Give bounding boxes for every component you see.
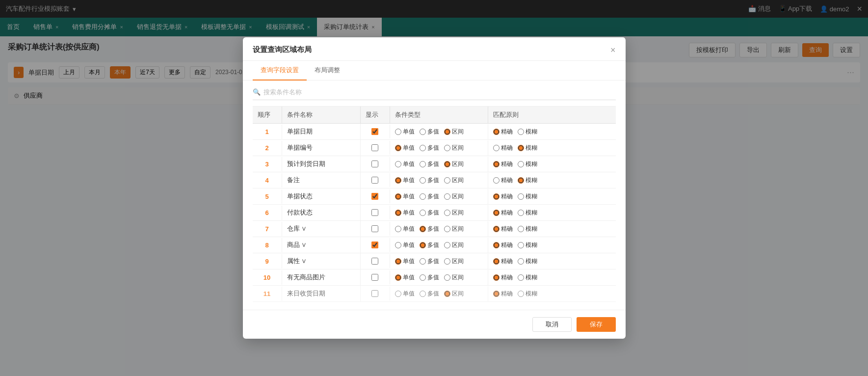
table-row: 5 单据状态 单值 多值 区间 精确: [253, 188, 616, 205]
display-checkbox-2[interactable]: [371, 144, 378, 151]
match-exact-11[interactable]: 精确: [493, 290, 513, 298]
type-range-5[interactable]: 区间: [444, 192, 464, 201]
type-single-5[interactable]: 单值: [395, 192, 415, 201]
tab-query-fields[interactable]: 查询字段设置: [253, 61, 307, 81]
type-multi-6[interactable]: 多值: [420, 209, 439, 217]
type-range-8[interactable]: 区间: [444, 241, 464, 249]
type-single-3[interactable]: 单值: [395, 160, 415, 168]
match-exact-1[interactable]: 精确: [493, 128, 513, 136]
row-name-4: 备注: [282, 172, 361, 188]
match-exact-10[interactable]: 精确: [493, 273, 513, 282]
type-range-9[interactable]: 区间: [444, 257, 464, 266]
type-multi-4[interactable]: 多值: [420, 176, 439, 185]
type-multi-5[interactable]: 多值: [420, 192, 439, 201]
tab-layout[interactable]: 布局调整: [307, 61, 348, 81]
match-fuzzy-8[interactable]: 模糊: [518, 241, 537, 249]
type-single-9[interactable]: 单值: [395, 257, 415, 266]
display-checkbox-7[interactable]: [371, 225, 378, 232]
type-radio-group-4: 单值 多值 区间: [395, 176, 464, 185]
type-multi-10[interactable]: 多值: [420, 273, 439, 282]
type-single-4[interactable]: 单值: [395, 176, 415, 185]
type-single-10[interactable]: 单值: [395, 273, 415, 282]
type-range-6[interactable]: 区间: [444, 209, 464, 217]
type-range-3[interactable]: 区间: [444, 160, 464, 168]
type-radio-group-8: 单值 多值 区间: [395, 241, 464, 249]
match-fuzzy-3[interactable]: 模糊: [518, 160, 537, 168]
match-exact-9[interactable]: 精确: [493, 257, 513, 266]
table-row: 4 备注 单值 多值 区间 精确: [253, 172, 616, 188]
match-exact-3[interactable]: 精确: [493, 160, 513, 168]
display-checkbox-9[interactable]: [371, 258, 378, 265]
type-single-6[interactable]: 单值: [395, 209, 415, 217]
dialog-close-btn[interactable]: ×: [610, 46, 616, 54]
col-header-name: 条件名称: [282, 107, 361, 123]
type-range-1[interactable]: 区间: [444, 128, 464, 136]
match-fuzzy-6[interactable]: 模糊: [518, 209, 537, 217]
table-row: 3 预计到货日期 单值 多值 区间 精确: [253, 156, 616, 172]
row-order-7: 7: [253, 222, 282, 236]
type-range-2[interactable]: 区间: [444, 144, 464, 152]
type-multi-9[interactable]: 多值: [420, 257, 439, 266]
type-single-11[interactable]: 单值: [395, 290, 415, 298]
match-fuzzy-11[interactable]: 模糊: [518, 290, 537, 298]
match-fuzzy-1[interactable]: 模糊: [518, 128, 537, 136]
match-exact-5[interactable]: 精确: [493, 192, 513, 201]
row-type-5: 单值 多值 区间: [390, 189, 488, 204]
cancel-btn[interactable]: 取消: [532, 317, 572, 332]
type-multi-11[interactable]: 多值: [420, 290, 439, 298]
type-multi-8[interactable]: 多值: [420, 241, 439, 249]
match-fuzzy-5[interactable]: 模糊: [518, 192, 537, 201]
display-checkbox-6[interactable]: [371, 209, 378, 216]
match-fuzzy-4[interactable]: 模糊: [518, 176, 537, 185]
row-name-5: 单据状态: [282, 188, 361, 204]
display-checkbox-5[interactable]: [371, 193, 378, 200]
match-fuzzy-10[interactable]: 模糊: [518, 273, 537, 282]
match-exact-8[interactable]: 精确: [493, 241, 513, 249]
type-range-4[interactable]: 区间: [444, 176, 464, 185]
table-row: 9 属性 ∨ 单值 多值 区间 精确: [253, 253, 616, 269]
row-name-7: 仓库 ∨: [282, 221, 361, 237]
display-checkbox-10[interactable]: [371, 274, 378, 281]
row-match-11: 精确 模糊: [488, 286, 586, 301]
type-single-1[interactable]: 单值: [395, 128, 415, 136]
table-row: 2 单据编号 单值 多值 区间 精确: [253, 140, 616, 156]
type-range-7[interactable]: 区间: [444, 225, 464, 233]
table-row: 10 有无商品图片 单值 多值 区间 精确: [253, 269, 616, 286]
display-checkbox-11[interactable]: [371, 290, 378, 297]
type-single-2[interactable]: 单值: [395, 144, 415, 152]
row-type-8: 单值 多值 区间: [390, 238, 488, 253]
match-radio-group-1: 精确 模糊: [493, 128, 537, 136]
col-header-display: 显示: [361, 107, 390, 123]
table-row: 7 仓库 ∨ 单值 多值 区间 精确: [253, 221, 616, 237]
type-multi-3[interactable]: 多值: [420, 160, 439, 168]
match-fuzzy-2[interactable]: 模糊: [518, 144, 537, 152]
type-multi-7[interactable]: 多值: [420, 225, 439, 233]
row-order-1: 1: [253, 125, 282, 139]
match-exact-2[interactable]: 精确: [493, 144, 513, 152]
save-btn[interactable]: 保存: [577, 317, 616, 332]
match-fuzzy-7[interactable]: 模糊: [518, 225, 537, 233]
type-multi-2[interactable]: 多值: [420, 144, 439, 152]
type-radio-group-9: 单值 多值 区间: [395, 257, 464, 266]
type-range-11[interactable]: 区间: [444, 290, 464, 298]
match-fuzzy-9[interactable]: 模糊: [518, 257, 537, 266]
row-name-6: 付款状态: [282, 205, 361, 220]
type-radio-group-3: 单值 多值 区间: [395, 160, 464, 168]
type-single-7[interactable]: 单值: [395, 225, 415, 233]
match-exact-6[interactable]: 精确: [493, 209, 513, 217]
row-match-4: 精确 模糊: [488, 173, 586, 188]
display-checkbox-3[interactable]: [371, 161, 378, 167]
display-checkbox-4[interactable]: [371, 177, 378, 184]
type-multi-1[interactable]: 多值: [420, 128, 439, 136]
search-input[interactable]: [263, 88, 362, 96]
match-exact-7[interactable]: 精确: [493, 225, 513, 233]
display-checkbox-1[interactable]: [371, 128, 378, 135]
row-display-6: [361, 206, 390, 219]
row-order-11: 11: [253, 287, 282, 301]
type-single-8[interactable]: 单值: [395, 241, 415, 249]
match-exact-4[interactable]: 精确: [493, 176, 513, 185]
type-range-10[interactable]: 区间: [444, 273, 464, 282]
row-type-3: 单值 多值 区间: [390, 157, 488, 172]
row-order-3: 3: [253, 157, 282, 171]
display-checkbox-8[interactable]: [371, 242, 378, 248]
